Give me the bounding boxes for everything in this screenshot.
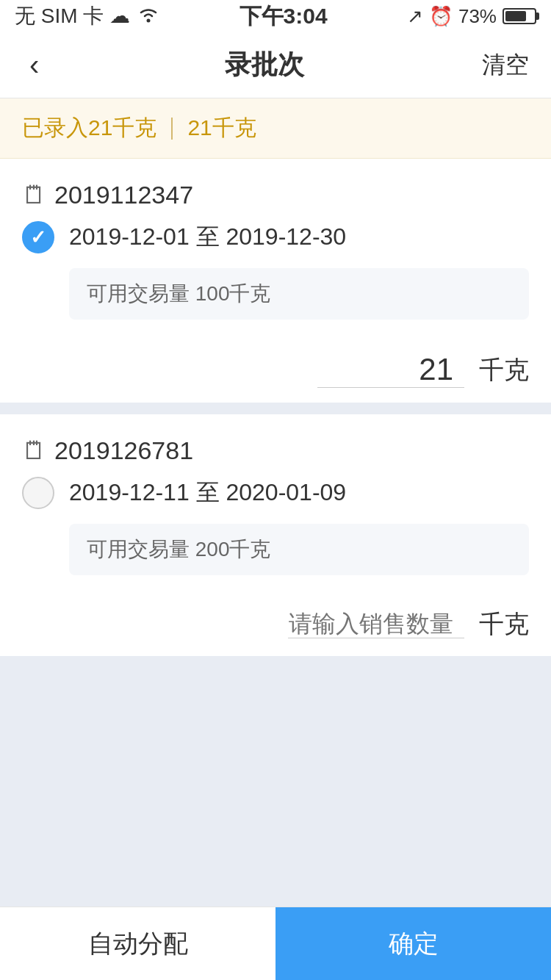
location-icon: ↗ <box>407 5 423 28</box>
no-sim-label: 无 SIM 卡 ☁ <box>15 2 130 30</box>
back-button[interactable]: ‹ <box>22 41 46 89</box>
status-bar: 无 SIM 卡 ☁ 下午3:04 ↗ ⏰ 73% <box>0 0 551 32</box>
batch-1-amount-row: 千克 <box>0 337 551 403</box>
confirm-button[interactable]: 确定 <box>276 907 551 980</box>
batch-1-item: 🗒 2019112347 2019-12-01 至 2019-12-30 可用交… <box>0 159 551 320</box>
status-time: 下午3:04 <box>240 1 328 32</box>
status-left: 无 SIM 卡 ☁ <box>15 2 159 30</box>
alarm-icon: ⏰ <box>429 5 453 28</box>
info-divider <box>171 118 173 140</box>
batch-2-section: 🗒 2019126781 2019-12-11 至 2020-01-09 可用交… <box>0 414 551 656</box>
section-divider-1 <box>0 403 551 414</box>
batch-1-amount-input[interactable] <box>317 352 464 388</box>
batch-2-amount-row: 千克 <box>0 593 551 656</box>
batch-1-doc-icon: 🗒 <box>22 181 47 209</box>
batch-2-doc-icon: 🗒 <box>22 436 47 465</box>
info-banner: 已录入21千克 21千克 <box>0 98 551 159</box>
batch-1-section: 🗒 2019112347 2019-12-01 至 2019-12-30 可用交… <box>0 159 551 403</box>
battery-icon <box>503 8 536 24</box>
batch-1-available-qty: 可用交易量 100千克 <box>69 268 529 320</box>
svg-point-0 <box>147 19 151 23</box>
info-amount: 21千克 <box>187 113 256 143</box>
batch-1-header: 🗒 2019112347 <box>22 181 529 209</box>
batch-2-unit: 千克 <box>479 608 529 641</box>
batch-2-radio[interactable] <box>22 477 54 509</box>
recorded-label: 已录入21千克 <box>22 113 156 143</box>
batch-2-available-qty: 可用交易量 200千克 <box>69 524 529 575</box>
bottom-bar: 自动分配 确定 <box>0 907 551 980</box>
auto-distribute-button[interactable]: 自动分配 <box>0 907 276 980</box>
batch-2-date-row[interactable]: 2019-12-11 至 2020-01-09 <box>22 477 529 509</box>
batch-1-unit: 千克 <box>479 353 529 387</box>
clear-button[interactable]: 清空 <box>482 49 529 82</box>
batch-1-date: 2019-12-01 至 2019-12-30 <box>69 221 346 253</box>
batch-2-item: 🗒 2019126781 2019-12-11 至 2020-01-09 可用交… <box>0 414 551 575</box>
batch-1-number: 2019112347 <box>54 181 193 209</box>
batch-2-header: 🗒 2019126781 <box>22 436 529 465</box>
nav-bar: ‹ 录批次 清空 <box>0 32 551 98</box>
batch-2-date: 2019-12-11 至 2020-01-09 <box>69 477 346 509</box>
section-divider-2 <box>0 656 551 668</box>
status-right: ↗ ⏰ 73% <box>407 5 536 28</box>
wifi-icon <box>137 4 159 28</box>
batch-1-radio[interactable] <box>22 221 54 253</box>
batch-2-number: 2019126781 <box>54 436 193 465</box>
page-title: 录批次 <box>225 47 304 83</box>
batch-2-amount-input[interactable] <box>288 610 464 638</box>
battery-percent: 73% <box>458 5 497 28</box>
batch-1-date-row[interactable]: 2019-12-01 至 2019-12-30 <box>22 221 529 253</box>
